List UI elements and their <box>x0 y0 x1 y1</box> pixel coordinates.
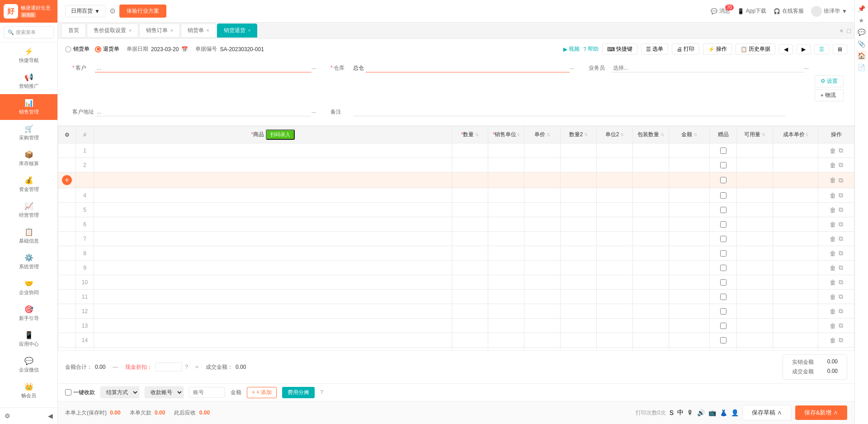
video-link[interactable]: ▶ 视频 <box>563 45 580 53</box>
costprice-info-icon[interactable]: ℹ <box>806 132 808 137</box>
pack-sort-icon[interactable]: ⇅ <box>660 132 664 137</box>
save-new-button[interactable]: 保存&新增 ∧ <box>795 405 847 420</box>
radio-delivery[interactable]: 销货单 <box>65 45 90 53</box>
one-key-payment-checkbox[interactable]: 一键收款 <box>65 389 95 396</box>
sidebar-item-sales[interactable]: 📊 销售管理 <box>0 94 57 120</box>
staff-input[interactable] <box>611 64 804 72</box>
tab-sales-return[interactable]: 销货退货 × <box>217 24 258 38</box>
sidebar-item-appstore[interactable]: 📱 应用中心 <box>0 326 57 352</box>
copy-row-7[interactable]: ⧉ <box>839 235 843 243</box>
delete-row-8[interactable]: 🗑 <box>830 249 836 257</box>
user-menu[interactable]: 徐泽华 ▼ <box>811 6 847 17</box>
right-tool-doc[interactable]: 📄 <box>857 62 867 72</box>
industry-selector[interactable]: 日用百货 ▼ <box>65 5 106 17</box>
toolbar-icon-6[interactable]: 👗 <box>720 409 727 416</box>
address-dots[interactable]: ··· <box>311 109 316 115</box>
sidebar-gear-button[interactable]: ⚙ <box>5 412 10 419</box>
remarks-input[interactable] <box>353 108 785 116</box>
gift-check-active[interactable] <box>720 177 726 183</box>
account-input[interactable] <box>189 387 225 398</box>
address-input[interactable] <box>95 108 311 116</box>
qty-sort-icon[interactable]: ⇅ <box>475 132 479 137</box>
toolbar-icon-4[interactable]: 🔊 <box>697 409 705 416</box>
sidebar-item-shortcut[interactable]: ⚡ 快捷导航 <box>0 43 57 68</box>
tab-price-setting[interactable]: 售价提取设置 × <box>87 24 138 38</box>
delete-row-1[interactable]: 🗑 <box>830 147 836 154</box>
help-link[interactable]: ? 帮助 <box>583 45 599 53</box>
delete-row-11[interactable]: 🗑 <box>830 293 836 300</box>
list-view-button[interactable]: ☰ <box>814 44 829 54</box>
tab-sales-delivery[interactable]: 销货单 × <box>181 24 216 38</box>
sidebar-item-marketing[interactable]: 📢 营销推广 <box>0 68 57 94</box>
copy-row-10[interactable]: ⧉ <box>839 278 843 286</box>
customer-dots[interactable]: ··· <box>311 65 316 71</box>
right-tool-comment[interactable]: 💬 <box>857 27 867 37</box>
gift-check-6[interactable] <box>720 221 726 228</box>
right-tool-attach[interactable]: 📎 <box>857 39 867 49</box>
settings-button[interactable]: ⚙ 设置 <box>815 75 844 87</box>
right-tool-pin[interactable]: 📌 <box>857 4 867 14</box>
tab-sales-order[interactable]: 销售订单 × <box>139 24 180 38</box>
row-add-button[interactable]: + <box>62 175 72 185</box>
amount-sort-icon[interactable]: ⇅ <box>693 132 697 137</box>
delete-row-14[interactable]: 🗑 <box>830 336 836 344</box>
shortcut-button[interactable]: ⌨ 快捷键 <box>602 43 637 55</box>
right-tool-home[interactable]: 🏠 <box>857 51 867 61</box>
price-sort-icon[interactable]: ⇅ <box>547 132 550 137</box>
warehouse-dots[interactable]: ··· <box>570 65 574 71</box>
history-button[interactable]: 📋 历史单据 <box>736 43 775 55</box>
sidebar-item-finance[interactable]: 💰 资金管理 <box>0 172 57 197</box>
sidebar-search[interactable]: 🔍 搜索菜单 <box>0 23 57 43</box>
sidebar-item-enterprise[interactable]: 🤝 企业协同 <box>0 275 57 300</box>
toolbar-icon-5[interactable]: 📺 <box>708 409 716 416</box>
product-input-active[interactable] <box>98 177 448 183</box>
tab-close-sales-return[interactable]: × <box>248 28 251 33</box>
payment-method-select[interactable]: 结算方式 <box>100 386 139 398</box>
delete-row-9[interactable]: 🗑 <box>830 264 836 272</box>
account-method-select[interactable]: 收款账号 <box>145 386 184 398</box>
delete-row-10[interactable]: 🗑 <box>830 278 836 286</box>
sidebar-item-system[interactable]: ⚙️ 系统管理 <box>0 249 57 275</box>
gift-check-7[interactable] <box>720 236 726 242</box>
gift-check-14[interactable] <box>720 337 726 343</box>
delete-row-2[interactable]: 🗑 <box>830 161 836 169</box>
sidebar-item-basic[interactable]: 📋 基础信息 <box>0 223 57 249</box>
tab-close-button[interactable]: × <box>840 27 843 34</box>
sidebar-item-newbie[interactable]: 🎯 新手引导 <box>0 300 57 326</box>
delete-row-5[interactable]: 🗑 <box>830 206 836 214</box>
select-order-button[interactable]: ☰ 选单 <box>641 43 668 55</box>
sidebar-item-member[interactable]: 👑 畅会员 <box>0 378 57 404</box>
online-service-link[interactable]: 🎧 在线客服 <box>774 7 804 15</box>
copy-row-12[interactable]: ⧉ <box>839 307 843 315</box>
calendar-icon[interactable]: 📅 <box>181 46 188 52</box>
gift-check-11[interactable] <box>720 294 726 300</box>
add-fee-button[interactable]: + + 添加 <box>247 387 277 398</box>
prev-record-button[interactable]: ◀ <box>779 44 793 54</box>
delete-row-active[interactable]: 🗑 <box>830 176 836 184</box>
scan-enter-button[interactable]: 扫码录入 <box>266 129 295 140</box>
copy-row-9[interactable]: ⧉ <box>839 264 843 272</box>
unit-info-icon[interactable]: ℹ <box>518 132 519 137</box>
grid-view-button[interactable]: ⊞ <box>833 44 847 54</box>
tab-close-price-setting[interactable]: × <box>129 28 132 33</box>
delete-row-13[interactable]: 🗑 <box>830 322 836 329</box>
tab-close-sales-order[interactable]: × <box>170 28 173 33</box>
trial-plan-button[interactable]: 体验行业方案 <box>119 5 166 18</box>
sidebar-collapse-button[interactable]: ◀ <box>48 412 53 419</box>
gift-check-13[interactable] <box>720 323 726 329</box>
copy-row-13[interactable]: ⧉ <box>839 322 843 329</box>
sidebar-item-purchase[interactable]: 🛒 采购管理 <box>0 120 57 146</box>
operate-button[interactable]: ⚡ 操作 <box>703 43 732 55</box>
toolbar-icon-2[interactable]: 中 <box>677 409 684 417</box>
copy-row-2[interactable]: ⧉ <box>839 161 843 169</box>
unit2-sort-icon[interactable]: ⇅ <box>620 132 624 137</box>
delete-row-4[interactable]: 🗑 <box>830 191 836 199</box>
copy-row-11[interactable]: ⧉ <box>839 293 843 300</box>
toolbar-icon-3[interactable]: 🎙 <box>687 409 693 416</box>
table-settings-header[interactable]: ⚙ <box>58 126 76 143</box>
customer-input[interactable] <box>95 64 311 72</box>
toolbar-icon-1[interactable]: S <box>670 409 674 416</box>
gift-check-10[interactable] <box>720 279 726 286</box>
gift-check-8[interactable] <box>720 250 726 257</box>
one-key-checkbox[interactable] <box>65 389 71 395</box>
